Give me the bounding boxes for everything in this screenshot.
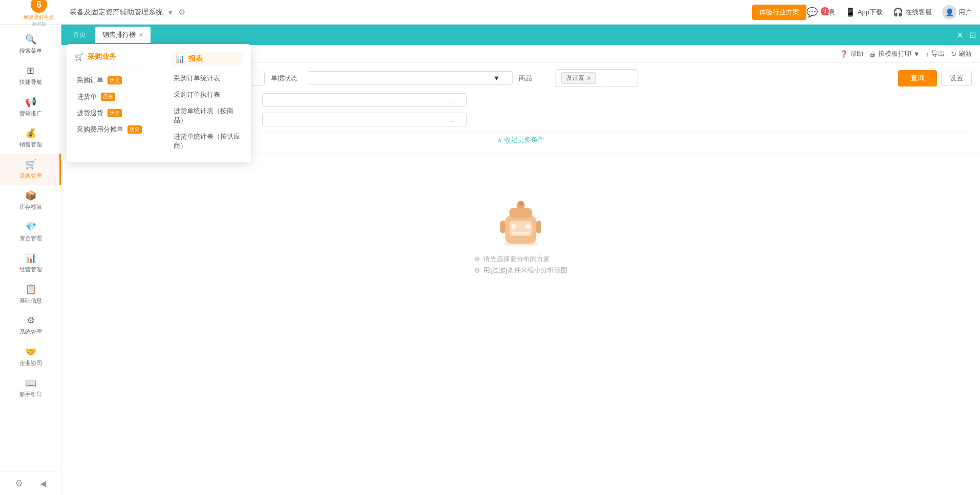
app-download-item[interactable]: 📱 App下载: [845, 7, 883, 17]
message-icon: 💬: [806, 7, 818, 18]
sidebar-label-basic-info: 基础信息: [19, 297, 42, 305]
message-item[interactable]: 💬 9 消息: [806, 7, 835, 18]
sidebar-label-enterprise: 企业协同: [19, 359, 42, 367]
report-section-icon: 📊: [176, 55, 184, 63]
purchase-dropdown-menu: 🛒 采购业务 采购订单 历史 进货单 历史 进货退货 历史 采购费用分摊单 历史…: [67, 44, 251, 162]
menu-item-po-stats[interactable]: 采购订单统计表: [172, 70, 243, 87]
robot-svg: [490, 195, 551, 246]
doc-status-label: 单据状态: [271, 74, 302, 83]
bottom-settings-icon[interactable]: ⚙: [15, 478, 23, 489]
query-btn[interactable]: 查询: [898, 70, 937, 87]
menu-item-po-execution[interactable]: 采购订单执行表: [172, 87, 243, 103]
tab-close-icon[interactable]: ✕: [139, 32, 143, 38]
action-buttons: 查询 设置: [898, 70, 972, 87]
receiving-stats-product-label: 进货单统计表（按商品）: [174, 106, 241, 125]
refresh-icon: ↻: [951, 50, 956, 58]
sidebar-collapse-icon[interactable]: ◀: [40, 479, 46, 488]
tip-item-1: ❶ 请先选择要分析的方案: [474, 254, 567, 264]
sidebar-bottom: ⚙ ◀: [0, 471, 61, 495]
menu-item-receiving-stats-product[interactable]: 进货单统计表（按商品）: [172, 103, 243, 128]
system-dropdown-icon[interactable]: ▼: [167, 8, 174, 16]
sidebar-label-inventory: 库存核算: [19, 203, 42, 211]
purchase-section-icon: 🛒: [75, 53, 83, 61]
tab-sales-ranking-label: 销售排行榜: [102, 30, 136, 39]
sidebar-item-system[interactable]: ⚙ 系统管理: [0, 310, 61, 341]
goods-tag: 设计素 ✕: [561, 72, 596, 84]
sidebar-item-search[interactable]: 🔍 搜索菜单: [0, 29, 61, 60]
sidebar-item-basic-info[interactable]: 📋 基础信息: [0, 278, 61, 310]
sidebar-label-sales: 销售管理: [19, 141, 42, 148]
print-dropdown-icon: ▼: [913, 50, 920, 58]
refresh-btn[interactable]: ↻ 刷新: [951, 49, 972, 58]
search-icon: 🔍: [25, 34, 36, 45]
nav-right: 💬 9 消息 📱 App下载 🎧 在线客服 👤 用户: [806, 5, 972, 19]
system-title-text: 装备及固定资产辅助管理系统: [70, 8, 163, 17]
cart-icon: 🛒: [25, 159, 36, 170]
goods-tag-close[interactable]: ✕: [586, 75, 591, 82]
history-badge-1: 历史: [108, 76, 122, 84]
tip-item-2: ❷ 用[过滤]条件来缩小分析范围: [474, 266, 567, 275]
box-icon: 📦: [25, 190, 36, 201]
history-badge-3: 历史: [108, 109, 122, 117]
tab-right-icons: ✕ ⊡: [956, 30, 976, 40]
sidebar-item-enterprise[interactable]: 🤝 企业协同: [0, 341, 61, 372]
sidebar-item-purchase[interactable]: 🛒 采购管理: [0, 154, 61, 185]
sidebar-label-quick-nav: 快捷导航: [19, 78, 42, 86]
tab-restore-icon[interactable]: ⊡: [969, 30, 976, 40]
customer-select[interactable]: ...: [262, 113, 467, 126]
tip-text-1: 请先选择要分析的方案: [483, 254, 550, 264]
industry-btn[interactable]: 体验行业方案: [752, 5, 806, 20]
tab-close-all-icon[interactable]: ✕: [956, 30, 963, 40]
empty-illustration: [490, 195, 551, 246]
menu-item-purchase-order[interactable]: 采购订单 历史: [75, 72, 146, 89]
settings-btn[interactable]: 设置: [941, 71, 972, 86]
help-btn[interactable]: ❓ 帮助: [840, 49, 863, 58]
po-execution-label: 采购订单执行表: [174, 90, 220, 99]
sidebar-item-sales[interactable]: 💰 销售管理: [0, 122, 61, 154]
tab-home[interactable]: 首页: [66, 27, 93, 43]
more-dots-3: ...: [449, 116, 454, 123]
goods-input[interactable]: 设计素 ✕ ...: [556, 69, 637, 87]
mobile-icon: 📱: [845, 7, 856, 17]
system-settings-icon[interactable]: ⚙: [178, 7, 185, 17]
user-item[interactable]: 👤 用户: [942, 5, 972, 19]
sidebar-item-marketing[interactable]: 📢 营销推广: [0, 91, 61, 122]
svg-point-4: [525, 224, 530, 229]
list-icon: 📋: [25, 284, 36, 295]
sidebar-item-guide[interactable]: 📖 新手引导: [0, 372, 61, 403]
menu-item-receiving-stats-supplier[interactable]: 进货单统计表（按供应商）: [172, 128, 243, 154]
sidebar-item-inventory[interactable]: 📦 库存核算: [0, 185, 61, 216]
salesperson-select[interactable]: ...: [262, 93, 467, 107]
svg-rect-7: [536, 221, 541, 233]
history-badge-2: 历史: [101, 93, 115, 101]
sidebar-label-system: 系统管理: [19, 328, 42, 336]
doc-status-select[interactable]: ▼: [308, 71, 513, 85]
report-section-title: 📊 报表: [172, 52, 243, 66]
sidebar-label-finance: 资金管理: [19, 234, 42, 242]
sidebar-item-quick-nav[interactable]: ⊞ 快捷导航: [0, 60, 61, 91]
print-btn[interactable]: 🖨 按模板打印 ▼: [869, 49, 920, 58]
tab-bar: 首页 销售排行榜 ✕ ✕ ⊡: [61, 25, 980, 45]
avatar: 👤: [942, 5, 956, 19]
menu-item-receiving[interactable]: 进货单 历史: [75, 89, 146, 105]
megaphone-icon: 📢: [25, 96, 36, 107]
menu-item-return[interactable]: 进货退货 历史: [75, 105, 146, 121]
app-download-label: App下载: [858, 8, 883, 17]
grid-icon: ⊞: [27, 65, 34, 76]
message-badge: 9: [821, 7, 829, 15]
purchase-section: 🛒 采购业务 采购订单 历史 进货单 历史 进货退货 历史 采购费用分摊单 历史: [75, 52, 146, 154]
tab-sales-ranking[interactable]: 销售排行榜 ✕: [95, 27, 151, 43]
system-title-area: 装备及固定资产辅助管理系统 ▼ ⚙: [70, 7, 752, 17]
goods-label: 商品: [519, 74, 549, 83]
logo-area: 6 畅捷通好生意 标准版: [8, 0, 70, 28]
book-icon: 📖: [25, 377, 36, 389]
sidebar-label-marketing: 营销推广: [19, 110, 42, 117]
menu-item-expense[interactable]: 采购费用分摊单 历史: [75, 121, 146, 138]
menu-divider: [159, 52, 159, 154]
chart-icon: 📊: [25, 252, 36, 264]
online-service-item[interactable]: 🎧 在线客服: [893, 7, 932, 17]
doc-status-chevron: ▼: [493, 74, 500, 82]
sidebar-item-operations[interactable]: 📊 经营管理: [0, 247, 61, 278]
export-btn[interactable]: ↑ 导出: [926, 49, 945, 58]
sidebar-item-finance[interactable]: 💎 资金管理: [0, 216, 61, 247]
